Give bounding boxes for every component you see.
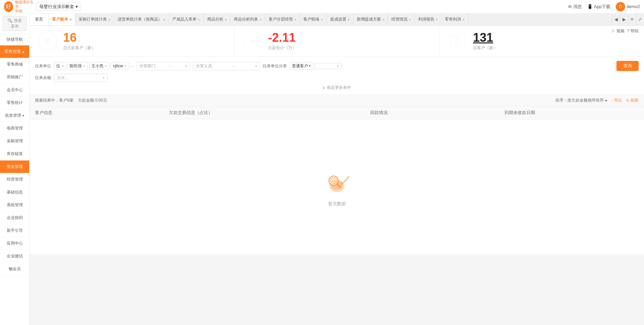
video-link[interactable]: ▷ 视频	[611, 28, 625, 34]
nav-expand-button[interactable]: ⤢	[636, 13, 644, 26]
sidebar-item-purchase[interactable]: 采购管理	[0, 135, 29, 148]
tab-home[interactable]: 首页	[30, 13, 49, 26]
filter-tag-cjttcw[interactable]: cjttcw ×	[111, 63, 129, 69]
tab-close-icon[interactable]: ×	[348, 17, 350, 22]
filter-row-1: 往来单位 伍 × 陈民强 × 王小亮 × cjttcw × ···	[35, 61, 639, 71]
person-select-dots-icon: ···	[232, 64, 235, 68]
sidebar-item-enterprise-collab[interactable]: 企业协同	[0, 212, 29, 224]
unit-class-arrow-icon: ▾	[337, 64, 339, 68]
tab-close-icon[interactable]: ×	[382, 17, 384, 22]
tab-purchase-order-stats[interactable]: 采购订单统计表 ×	[75, 13, 114, 26]
unit-filter-tags: 伍 × 陈民强 × 王小亮 × cjttcw × ···	[54, 62, 134, 70]
filter-more-button[interactable]: ···	[130, 64, 134, 68]
tab-close-icon[interactable]: ×	[462, 17, 464, 22]
tag-close-chen[interactable]: ×	[83, 64, 85, 68]
sidebar-item-wholesale-mgmt[interactable]: 批发管理 ▾	[0, 109, 29, 122]
top-bar-left: 好 畅捷通好生意 标版 母婴行业演示帐套 ▾	[4, 0, 81, 13]
tab-customer-segmentation[interactable]: 客户分层经营 ×	[265, 13, 300, 26]
tag-close-cjttcw[interactable]: ×	[124, 64, 126, 68]
query-button[interactable]: 查询	[616, 61, 639, 71]
sidebar-item-system-mgmt[interactable]: 系统管理	[0, 199, 29, 212]
tab-close-icon[interactable]: ×	[108, 17, 110, 22]
sidebar-item-member[interactable]: 畅会员	[0, 263, 29, 276]
company-selector[interactable]: 母婴行业演示帐套 ▾	[36, 3, 81, 11]
tab-retail-profit[interactable]: 零售利润 ×	[441, 13, 468, 26]
tab-close-icon[interactable]: ×	[321, 17, 323, 22]
collapse-button[interactable]: ∧ 收起更多条件	[35, 85, 639, 91]
sidebar-item-ecommerce[interactable]: 电商管理	[0, 122, 29, 135]
tab-add-commission-plan[interactable]: 新增提成方案 ×	[353, 13, 388, 26]
sidebar-item-app-center[interactable]: 应用中心	[0, 237, 29, 250]
messages-button[interactable]: ✉ 消息	[568, 4, 582, 10]
tab-incoming-goods-stats[interactable]: 进货单统计表（按商品） ×	[114, 13, 169, 26]
tab-product-inbound[interactable]: 产成品入库单 ×	[169, 13, 204, 26]
sort-select[interactable]: 排序：按欠款金额倒序排序 ▾	[555, 98, 607, 103]
stat-card-customers: ¥ 16 总欠款客户（家）	[30, 26, 234, 57]
person-select-arrow-icon: ▾	[255, 64, 257, 68]
tab-close-icon[interactable]: ×	[259, 17, 261, 22]
user-menu[interactable]: D demo2	[616, 2, 640, 11]
refresh-button[interactable]: ↻ 刷新	[626, 98, 639, 103]
tab-customer-contact[interactable]: 客户联络 ×	[300, 13, 327, 26]
sidebar-item-retail-stats[interactable]: 零售统计	[0, 97, 29, 109]
tab-close-icon[interactable]: ×	[163, 17, 165, 22]
message-icon: ✉	[568, 4, 572, 9]
quick-nav-button[interactable]: 快捷导航	[0, 34, 29, 45]
sidebar-item-enterprise-wechat[interactable]: 企业微信	[0, 250, 29, 263]
search-menu-button[interactable]: 🔍 搜索菜单	[3, 16, 27, 31]
chevron-down-icon: ▾	[23, 114, 24, 117]
tab-customer-account[interactable]: 客户账本 ×	[49, 13, 75, 26]
tab-close-icon[interactable]: ×	[436, 17, 438, 22]
nav-tabs: 首页 客户账本 × 采购订单统计表 × 进货单统计表（按商品） × 产成品入库单…	[30, 13, 644, 26]
sort-label: 排序：按欠款金额倒序排序	[555, 98, 604, 103]
tab-profit-report[interactable]: 利润报告 ×	[415, 13, 441, 26]
sidebar-item-operations[interactable]: 经营管理	[0, 173, 29, 186]
unit-class-filter-area: 普通客户 × ▾	[290, 62, 342, 70]
filter-tag-wang[interactable]: 王小亮 ×	[89, 62, 109, 70]
app-download-button[interactable]: 📱 App下载	[587, 4, 610, 10]
sidebar-item-retail-mall[interactable]: 零售商城	[0, 58, 29, 71]
tag-close-wu[interactable]: ×	[61, 64, 63, 68]
tab-product-analysis-list[interactable]: 商品分析列表 ×	[230, 13, 265, 26]
sidebar-item-inventory[interactable]: 库存核算	[0, 148, 29, 160]
dept-select-dots-icon: ···	[169, 64, 172, 68]
logo-text: 畅捷通好生意 标版	[15, 0, 34, 13]
sidebar-item-finance[interactable]: 资金管理	[0, 160, 29, 173]
sidebar-item-marketing[interactable]: 营销推广	[0, 71, 29, 84]
sidebar-item-retail-mgmt[interactable]: 零售管理 ▲	[0, 45, 29, 58]
tab-product-analysis[interactable]: 商品分析 ×	[204, 13, 230, 26]
unit-class-select[interactable]: ▾	[315, 63, 342, 69]
filter-tag-chen[interactable]: 陈民强 ×	[67, 62, 87, 70]
table-header: 客户信息 欠款交易信息（占比） 回款情况 到期未收款日期	[30, 106, 644, 119]
tag-close-wang[interactable]: ×	[105, 64, 107, 68]
nav-next-button[interactable]: ▶	[620, 13, 628, 26]
filter-tag-wu[interactable]: 伍 ×	[54, 62, 66, 70]
top-bar-right: ✉ 消息 📱 App下载 D demo2	[568, 2, 640, 11]
nav-prev-button[interactable]: ◀	[612, 13, 620, 26]
svg-point-11	[332, 180, 333, 182]
tab-commission-settings[interactable]: 提成设置 ×	[327, 13, 353, 26]
tab-close-icon[interactable]: ×	[198, 17, 200, 22]
person-filter-select[interactable]: 分管人员 ··· ▾	[193, 62, 260, 70]
tab-close-icon[interactable]: ×	[225, 17, 227, 22]
result-bar-right: 排序：按欠款金额倒序排序 ▾ ↑ 导出 ↻ 刷新	[555, 98, 639, 103]
balance-filter-select[interactable]: 选择... ▾	[54, 74, 108, 82]
unit-class-tag-normal[interactable]: 普通客户 ×	[290, 62, 313, 70]
nav-close-all-button[interactable]: ✕	[628, 13, 636, 26]
sidebar-item-newbie-guide[interactable]: 新手引导	[0, 224, 29, 237]
tab-close-icon[interactable]: ×	[70, 17, 72, 22]
tag-close-normal[interactable]: ×	[309, 64, 311, 68]
sidebar-item-basic-info[interactable]: 基础信息	[0, 186, 29, 199]
unit-class-filter-label: 往来单位分类	[263, 63, 287, 69]
tab-close-icon[interactable]: ×	[294, 17, 296, 22]
stat-label-debt: 欠款合计（万）	[268, 45, 296, 51]
main-content: ¥ 16 总欠款客户（家） ✦ -2.11 欠款合计（万）	[30, 26, 644, 325]
tab-close-icon[interactable]: ×	[409, 17, 411, 22]
tab-operations-status[interactable]: 经营情况 ×	[388, 13, 415, 26]
sidebar-item-member-center[interactable]: 会员中心	[0, 84, 29, 97]
help-link[interactable]: ? 帮助	[627, 28, 639, 34]
dept-filter-select[interactable]: 分管部门 ··· ▾	[136, 62, 190, 70]
chevron-down-icon: ▾	[76, 4, 78, 9]
export-button[interactable]: ↑ 导出	[611, 98, 622, 103]
stats-top-right-links: ▷ 视频 ? 帮助	[611, 28, 639, 34]
